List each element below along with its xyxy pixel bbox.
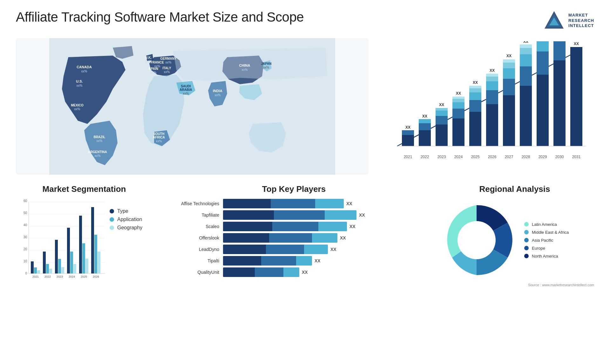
svg-rect-136	[91, 207, 94, 273]
regional-chart-wrapper: Latin America Middle East & Africa Asia …	[435, 199, 594, 281]
svg-rect-93	[553, 60, 566, 146]
svg-rect-85	[520, 44, 532, 48]
svg-text:CANADA: CANADA	[77, 65, 92, 69]
svg-text:XX: XX	[506, 54, 512, 58]
regional-legend: Latin America Middle East & Africa Asia …	[524, 222, 569, 259]
svg-text:xx%: xx%	[95, 154, 101, 158]
legend-item-geography: Geography	[110, 225, 142, 231]
svg-rect-83	[520, 54, 532, 66]
svg-text:2023: 2023	[57, 275, 63, 278]
svg-text:XX: XX	[422, 114, 427, 118]
type-label: Type	[117, 208, 128, 214]
svg-rect-69	[486, 81, 498, 90]
svg-text:XX: XX	[405, 125, 410, 130]
svg-text:ITALY: ITALY	[162, 66, 171, 70]
players-list: Affise Technologies XX Tapfiliate	[162, 199, 426, 277]
asia-pacific-dot	[524, 238, 529, 242]
svg-rect-75	[503, 79, 515, 95]
svg-text:xx%: xx%	[156, 139, 162, 143]
regional-container: Regional Analysis	[435, 184, 594, 318]
svg-text:2027: 2027	[505, 155, 513, 159]
player-bar-scaleo: XX	[223, 222, 426, 231]
player-row-qualityunit: QualityUnit XX	[162, 267, 426, 277]
svg-text:0: 0	[25, 272, 27, 275]
svg-text:xx%: xx%	[263, 66, 269, 69]
header: Affiliate Tracking Software Market Size …	[16, 10, 594, 32]
player-name-offerslook: Offerslook	[162, 235, 219, 240]
svg-text:xx%: xx%	[215, 93, 221, 97]
svg-text:XX: XX	[574, 42, 579, 46]
player-bar-affise: XX	[223, 199, 426, 208]
svg-rect-68	[486, 90, 498, 104]
svg-text:XX: XX	[473, 80, 478, 85]
svg-rect-47	[436, 125, 448, 146]
segmentation-legend: Type Application Geography	[110, 208, 142, 231]
svg-rect-54	[452, 109, 464, 118]
svg-text:2023: 2023	[437, 155, 446, 159]
asia-pacific-label: Asia Pacific	[532, 238, 553, 243]
svg-text:10: 10	[24, 260, 27, 263]
player-bar-leaddyno: XX	[223, 245, 426, 254]
world-map-svg: CANADA xx% U.S. xx% MEXICO xx% BRAZIL xx…	[16, 38, 369, 175]
players-title: Top Key Players	[162, 184, 426, 194]
svg-rect-63	[469, 88, 481, 92]
svg-text:SAUDI: SAUDI	[181, 84, 191, 88]
svg-text:xx%: xx%	[74, 107, 80, 111]
svg-rect-122	[49, 269, 52, 273]
svg-rect-71	[486, 74, 498, 77]
player-row-affise: Affise Technologies XX	[162, 199, 426, 208]
bar-chart-svg: XX 2021 XX 2022 XX 2023	[384, 41, 588, 162]
svg-rect-128	[67, 228, 70, 273]
player-name-leaddyno: LeadDyno	[162, 247, 219, 252]
svg-rect-74	[503, 95, 515, 146]
svg-rect-82	[520, 66, 532, 86]
svg-rect-64	[469, 86, 481, 88]
logo-icon	[543, 10, 565, 32]
application-label: Application	[117, 217, 142, 222]
svg-rect-89	[537, 51, 549, 75]
svg-rect-94	[553, 41, 566, 60]
logo-text: MARKETRESEARCHINTELLECT	[568, 13, 594, 29]
svg-text:AFRICA: AFRICA	[153, 136, 165, 139]
player-xx-offerslook: XX	[340, 235, 346, 240]
bar-chart-container: XX 2021 XX 2022 XX 2023	[378, 38, 594, 175]
svg-rect-62	[469, 92, 481, 100]
svg-rect-49	[436, 111, 448, 116]
svg-rect-67	[486, 104, 498, 146]
svg-rect-117	[34, 267, 37, 273]
player-name-tipalti: Tipalti	[162, 258, 219, 263]
svg-rect-50	[436, 108, 448, 111]
svg-rect-53	[452, 118, 464, 146]
svg-rect-133	[82, 243, 85, 273]
svg-text:GERMANY: GERMANY	[160, 57, 176, 60]
svg-rect-44	[419, 119, 431, 123]
svg-text:SPAIN: SPAIN	[149, 67, 158, 71]
player-name-tapfiliate: Tapfiliate	[162, 212, 219, 218]
svg-rect-125	[58, 259, 61, 273]
svg-rect-55	[452, 102, 464, 109]
svg-text:2021: 2021	[404, 155, 412, 159]
europe-label: Europe	[532, 246, 545, 251]
svg-rect-88	[537, 75, 549, 146]
source-text: Source : www.marketresearchintellect.com	[435, 283, 594, 287]
svg-text:BRAZIL: BRAZIL	[94, 135, 105, 139]
svg-text:xx%: xx%	[97, 139, 103, 143]
player-bar-tapfiliate: XX	[223, 210, 426, 220]
svg-rect-130	[73, 264, 76, 273]
svg-rect-77	[503, 63, 515, 68]
svg-text:xx%: xx%	[242, 68, 248, 71]
svg-text:2024: 2024	[69, 275, 75, 278]
svg-rect-78	[503, 59, 515, 63]
player-name-qualityunit: QualityUnit	[162, 270, 219, 275]
svg-rect-81	[520, 86, 532, 146]
legend-north-america: North America	[524, 254, 569, 259]
svg-text:xx%: xx%	[81, 70, 87, 73]
svg-text:20: 20	[24, 247, 27, 251]
svg-text:2025: 2025	[81, 275, 87, 278]
svg-text:XX: XX	[523, 41, 528, 44]
player-bar-offerslook: XX	[223, 233, 426, 243]
svg-rect-56	[452, 99, 464, 102]
svg-text:2021: 2021	[32, 275, 39, 278]
player-xx-scaleo: XX	[349, 224, 356, 229]
svg-text:U.S.: U.S.	[76, 79, 83, 83]
